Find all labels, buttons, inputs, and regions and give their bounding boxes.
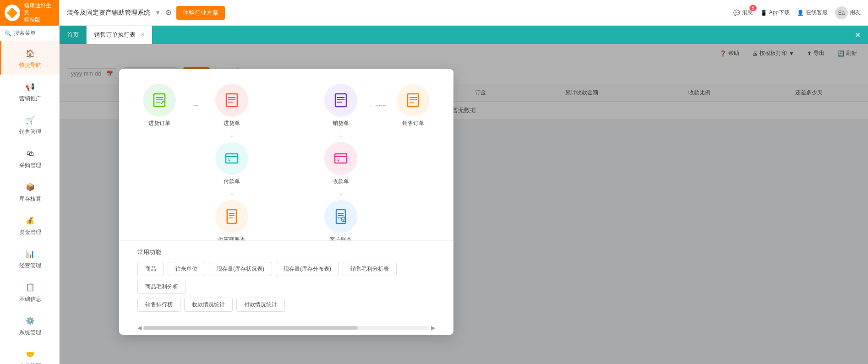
topbar-left: 装备及固定资产辅助管理系统 ▼ ⚙ 体验行业方案 <box>67 6 225 20</box>
receipt-bill-node: ¥ 收款单 <box>319 142 362 185</box>
customer-ledger-label: 客户账本 <box>330 236 352 240</box>
app-download-action[interactable]: 📱 App下载 <box>760 9 790 16</box>
flow-row-1: 进货订单 → <box>137 84 435 127</box>
avatar: Ea <box>835 6 848 19</box>
sidebar-item-quick-nav[interactable]: 🏠 快捷导航 <box>0 41 59 75</box>
v-arrow-row-1: ↓ ↓ <box>137 127 435 142</box>
payment-bill-circle: ¥ <box>215 142 248 175</box>
logo: 🔶 畅康通好生意 标准版 <box>0 0 59 26</box>
func-btn-receipt-stats[interactable]: 收款情况统计 <box>184 298 233 312</box>
message-action[interactable]: 💬 消息 5 <box>733 9 753 16</box>
svg-rect-16 <box>226 154 238 163</box>
scrollbar-thumb <box>143 326 358 330</box>
close-all-icon[interactable]: ✕ <box>855 31 861 39</box>
func-buttons-row1: 商品 往来单位 现存量(库存状况表) 现存量(库存分布表) 销售毛利分析表 商品… <box>137 262 435 294</box>
sales-tab-label: 销售订单执行表 <box>94 31 136 39</box>
flow-scrollbar: ◀ ▶ <box>119 323 453 335</box>
common-functions-title: 常用功能 <box>137 248 435 256</box>
tabbar: 首页 销售订单执行表 × ✕ <box>60 26 868 44</box>
func-btn-goods[interactable]: 商品 <box>137 262 164 276</box>
inventory-icon: 📦 <box>24 180 37 193</box>
marketing-icon: 📢 <box>24 80 37 93</box>
flow-modal-body: 进货订单 → <box>119 69 453 240</box>
tab-close-icon[interactable]: × <box>141 32 144 38</box>
v-arrow-row-2: ↓ ↓ <box>137 185 435 200</box>
scrollbar-track[interactable] <box>143 326 429 330</box>
purchase-order-label: 进货订单 <box>148 120 170 127</box>
v-arrow-payment: ↓ <box>210 189 254 197</box>
tab-sales-execution[interactable]: 销售订单执行表 × <box>87 26 152 44</box>
basic-info-icon: 📋 <box>24 281 37 293</box>
func-buttons-row2: 销售排行榜 收款情况统计 付款情况统计 <box>137 298 435 312</box>
func-btn-stock-status[interactable]: 现存量(库存状况表) <box>209 262 272 276</box>
dashed-arrow-1: ← <box>362 102 391 109</box>
receipt-bill-label: 收款单 <box>333 178 349 185</box>
purchase-icon: 🛍 <box>24 147 37 160</box>
sales-bill-node: 销货单 <box>319 84 362 127</box>
sales-order-label: 销售订单 <box>402 120 424 127</box>
customer-ledger-circle <box>324 200 357 233</box>
scroll-right-icon[interactable]: ▶ <box>431 325 435 331</box>
receipt-bill-circle: ¥ <box>324 142 357 175</box>
tab-home[interactable]: 首页 <box>60 26 87 44</box>
scroll-left-icon[interactable]: ◀ <box>137 325 142 331</box>
sales-icon: 🛒 <box>24 114 37 126</box>
main-area: 装备及固定资产辅助管理系统 ▼ ⚙ 体验行业方案 💬 消息 5 📱 App下载 … <box>60 0 868 364</box>
func-btn-payment-stats[interactable]: 付款情况统计 <box>236 298 285 312</box>
settings-icon[interactable]: ⚙ <box>165 8 172 17</box>
func-btn-stock-dist[interactable]: 现存量(库存分布表) <box>276 262 339 276</box>
sidebar-item-basic-info[interactable]: 📋 基础信息 <box>0 275 59 309</box>
purchase-bill-circle <box>215 84 248 117</box>
user-action[interactable]: Ea 用友 <box>835 6 861 19</box>
message-icon: 💬 <box>733 10 740 16</box>
modal-overlay[interactable]: 进货订单 → <box>60 44 868 364</box>
purchase-order-circle <box>143 84 176 117</box>
sidebar-item-finance[interactable]: 💰 资金管理 <box>0 208 59 242</box>
search-menu[interactable]: 🔍 搜索菜单 <box>0 26 59 41</box>
sales-bill-label: 销货单 <box>333 120 349 127</box>
dashed-arrow-left: ← <box>368 102 386 109</box>
sidebar-item-enterprise[interactable]: 🤝 企业协同 <box>0 342 59 364</box>
func-btn-sales-rank[interactable]: 销售排行榜 <box>137 298 180 312</box>
service-icon: 👤 <box>797 10 804 16</box>
flow-modal: 进货订单 → <box>119 69 453 335</box>
func-btn-goods-profit[interactable]: 商品毛利分析 <box>137 280 186 294</box>
purchase-order-node: 进货订单 <box>137 84 181 127</box>
flow-row-3: 供应商账本 客户账本 <box>137 200 435 240</box>
svg-text:¥: ¥ <box>337 158 340 163</box>
sidebar-item-system[interactable]: ⚙️ 系统管理 <box>0 309 59 342</box>
logo-text: 畅康通好生意 标准版 <box>24 2 55 24</box>
system-icon: ⚙️ <box>24 314 37 327</box>
sidebar-item-purchase[interactable]: 🛍 采购管理 <box>0 141 59 175</box>
quick-nav-icon: 🏠 <box>24 47 37 60</box>
enterprise-icon: 🤝 <box>24 348 37 360</box>
experience-button[interactable]: 体验行业方案 <box>176 6 225 20</box>
sidebar-item-inventory[interactable]: 📦 库存核算 <box>0 175 59 208</box>
func-btn-partners[interactable]: 往来单位 <box>168 262 205 276</box>
sidebar-item-operations[interactable]: 📊 经营管理 <box>0 242 59 275</box>
sidebar-item-sales[interactable]: 🛒 销售管理 <box>0 108 59 141</box>
sidebar: 🔶 畅康通好生意 标准版 🔍 搜索菜单 🏠 快捷导航 📢 营销推广 🛒 销售管理 <box>0 0 60 364</box>
sidebar-item-marketing[interactable]: 📢 营销推广 <box>0 75 59 108</box>
sales-order-node: 销售订单 <box>392 84 435 127</box>
purchase-bill-label: 进货单 <box>224 120 240 127</box>
flow-row-2: ¥ 付款单 ¥ 收款单 <box>137 142 435 185</box>
topbar: 装备及固定资产辅助管理系统 ▼ ⚙ 体验行业方案 💬 消息 5 📱 App下载 … <box>60 0 868 26</box>
logo-icon: 🔶 <box>5 5 20 21</box>
online-service-action[interactable]: 👤 在线客服 <box>797 9 828 16</box>
svg-rect-19 <box>335 154 347 163</box>
topbar-right: 💬 消息 5 📱 App下载 👤 在线客服 Ea 用友 <box>733 6 861 19</box>
arrow-right-icon: → <box>191 101 200 110</box>
system-title: 装备及固定资产辅助管理系统 <box>67 9 150 17</box>
arrow-1: → <box>181 101 210 110</box>
message-badge: 5 <box>749 5 757 11</box>
svg-rect-22 <box>227 210 236 223</box>
download-icon: 📱 <box>760 10 767 16</box>
customer-ledger-node: 客户账本 <box>319 200 362 240</box>
finance-icon: 💰 <box>24 214 37 227</box>
supplier-ledger-circle <box>215 200 248 233</box>
common-functions: 常用功能 商品 往来单位 现存量(库存状况表) 现存量(库存分布表) 销售毛利分… <box>119 240 453 323</box>
system-dropdown[interactable]: ▼ <box>155 9 161 16</box>
v-arrow-purchase-bill: ↓ <box>210 130 254 139</box>
func-btn-sales-profit[interactable]: 销售毛利分析表 <box>343 262 397 276</box>
